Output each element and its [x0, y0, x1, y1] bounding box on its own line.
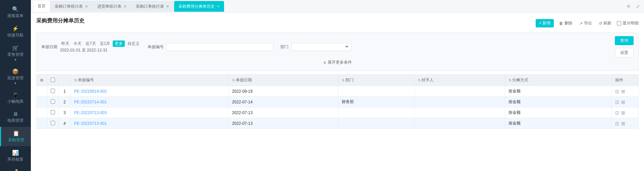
add-button[interactable]: + 新增: [536, 19, 554, 27]
cell-handler: [414, 118, 505, 129]
mini-icon: 📱: [12, 92, 19, 98]
tab-home[interactable]: 首页: [34, 1, 50, 12]
cell-doc-date: 2022-07-13: [228, 107, 338, 118]
cell-checkbox: [47, 86, 59, 97]
detail-icon[interactable]: ⊞: [621, 89, 625, 94]
table-header-row: ⚙ ⇅单据编号 ⇅单据日期 ⇅部门 ⇅经手人: [37, 75, 639, 86]
th-doc-date[interactable]: ⇅单据日期: [228, 75, 338, 86]
date-label: 单据日期: [41, 44, 57, 50]
capital-icon: 💰: [12, 169, 19, 171]
table-row: 1 PE-20220919-002 2022-09-19 按金额 ⊡ ⊞: [37, 86, 639, 97]
show-detail-checkbox[interactable]: [617, 21, 621, 25]
query-buttons: 查询 设置: [615, 36, 634, 58]
date-pill-yesterday[interactable]: 昨天: [60, 40, 71, 47]
sidebar-item-capital[interactable]: 💰 资金管理: [0, 166, 31, 171]
expand-conditions-button[interactable]: ∨ 展开更多条件: [323, 60, 352, 65]
expand-button[interactable]: ⤢: [635, 3, 641, 10]
dept-field: 部门 财务部: [280, 43, 352, 51]
tab-purchase-order-stats[interactable]: 采购订单统计表 ✕: [50, 1, 92, 12]
dept-select[interactable]: 财务部: [291, 43, 352, 51]
search-row: 单据日期 昨天 今天 近7天 近1月 更多 自定义 2022-01-01 至 2…: [41, 36, 634, 58]
cell-checkbox: [47, 97, 59, 107]
date-pill-more[interactable]: 更多: [113, 40, 125, 47]
close-tab-icon[interactable]: ✕: [85, 4, 88, 9]
cell-checkbox: [47, 107, 59, 118]
row-checkbox[interactable]: [51, 99, 55, 104]
sidebar-item-mini[interactable]: 📱 小畅电商: [0, 88, 31, 108]
date-range-text: 2022-01-01 至 2022-12-31: [60, 48, 141, 53]
cell-doc-no: PE-20220713-001: [71, 118, 229, 129]
row-checkbox[interactable]: [51, 110, 55, 114]
close-all-tabs-button[interactable]: ✕: [625, 3, 632, 10]
tab-purchase-fee-split[interactable]: 采购费用分摊单历史 ✕: [174, 1, 224, 12]
data-table: ⚙ ⇅单据编号 ⇅单据日期 ⇅部门 ⇅经手人: [36, 74, 639, 129]
row-checkbox[interactable]: [51, 121, 55, 125]
edit-icon[interactable]: ⊡: [615, 89, 619, 94]
sidebar-item-ecommerce[interactable]: 🖥 电商管理: [0, 108, 31, 127]
th-dept[interactable]: ⇅部门: [338, 75, 415, 86]
doc-no-link[interactable]: PE-20220713-003: [74, 110, 107, 115]
tab-actions: ✕ ⤢: [625, 3, 641, 10]
refresh-button[interactable]: ↺ 刷新: [597, 20, 613, 27]
setting-button[interactable]: 设置: [615, 48, 634, 58]
tab-purchase-order-exec[interactable]: 采购订单执行表 ✕: [131, 1, 173, 12]
cell-handler: [414, 107, 505, 118]
edit-icon[interactable]: ⊡: [615, 99, 619, 105]
delete-button[interactable]: 🗑 删除: [558, 20, 574, 27]
doc-num-input[interactable]: [166, 43, 274, 51]
sort-icon: ⇅: [508, 78, 511, 82]
show-detail-checkbox-label[interactable]: 显示明细: [617, 20, 639, 26]
sidebar-item-quick[interactable]: ⚡ 快捷导航: [0, 22, 31, 41]
date-pill-1month[interactable]: 近1月: [99, 40, 112, 47]
th-gear[interactable]: ⚙: [37, 75, 47, 86]
sidebar-item-retail[interactable]: 🛒 零售管理 ▼: [0, 41, 31, 65]
main-content: 首页 采购订单统计表 ✕ 进货单统计表 ✕ 采购订单执行表 ✕ 采购费用分摊单历…: [31, 0, 644, 171]
export-button[interactable]: ↗ 导出: [578, 20, 593, 27]
wholesale-icon: 📦: [12, 68, 19, 75]
cell-num: 1: [59, 86, 71, 97]
cell-action: ⊡ ⊞: [612, 107, 639, 118]
chevron-down-icon: ▼: [14, 82, 17, 85]
cell-handler: [414, 86, 505, 97]
sidebar-item-search[interactable]: 🔍 搜索菜单: [0, 3, 31, 22]
cell-dept: [338, 86, 415, 97]
select-all-checkbox[interactable]: [51, 78, 55, 82]
export-icon: ↗: [579, 21, 583, 26]
cell-gear: [37, 86, 47, 97]
cell-num: 4: [59, 118, 71, 129]
close-active-tab-icon[interactable]: ✕: [217, 4, 220, 9]
delete-icon: 🗑: [559, 21, 563, 26]
detail-icon[interactable]: ⊞: [621, 110, 625, 115]
th-handler[interactable]: ⇅经手人: [414, 75, 505, 86]
table-row: 3 PE-20220713-003 2022-07-13 按金额 ⊡ ⊞: [37, 107, 639, 118]
cell-action: ⊡ ⊞: [612, 118, 639, 129]
detail-icon[interactable]: ⊞: [621, 99, 625, 105]
date-pill-today[interactable]: 今天: [72, 40, 83, 47]
sort-icon: ⇅: [418, 78, 421, 82]
close-tab-icon[interactable]: ✕: [166, 4, 169, 9]
cell-dept: 财务部: [338, 97, 415, 107]
tab-inbound-stats[interactable]: 进货单统计表 ✕: [93, 1, 131, 12]
cell-dept: [338, 107, 415, 118]
th-split-method[interactable]: ⇅分摊方式: [505, 75, 611, 86]
sidebar-item-inventory[interactable]: 📊 库存核算: [0, 146, 31, 166]
edit-icon[interactable]: ⊡: [615, 121, 619, 126]
th-doc-no[interactable]: ⇅单据编号: [71, 75, 229, 86]
date-pill-custom[interactable]: 自定义: [126, 40, 141, 47]
chevron-down-icon: ▼: [14, 58, 17, 62]
doc-no-link[interactable]: PE-20220713-001: [74, 121, 107, 126]
cell-gear: [37, 107, 47, 118]
cell-split-method: 按金额: [505, 118, 611, 129]
cell-dept: [338, 118, 415, 129]
close-tab-icon[interactable]: ✕: [123, 4, 126, 9]
query-button[interactable]: 查询: [615, 36, 634, 45]
sidebar-item-wholesale[interactable]: 📦 批发管理 ▼: [0, 65, 31, 88]
edit-icon[interactable]: ⊡: [615, 110, 619, 115]
doc-no-link[interactable]: PE-20220714-001: [74, 100, 107, 104]
row-checkbox[interactable]: [51, 89, 55, 93]
doc-num-field: 单据编号: [148, 43, 274, 51]
detail-icon[interactable]: ⊞: [621, 121, 625, 126]
doc-no-link[interactable]: PE-20220919-002: [74, 89, 107, 94]
sidebar-item-purchase[interactable]: 📋 采购管理: [0, 127, 31, 146]
date-pill-7days[interactable]: 近7天: [84, 40, 97, 47]
